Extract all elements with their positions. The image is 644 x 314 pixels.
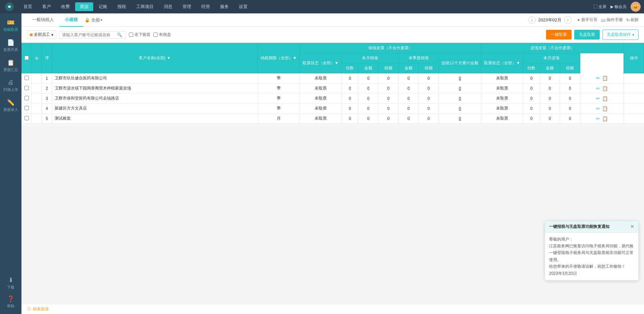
tab-general-taxpayer[interactable]: 一般纳税人 xyxy=(27,13,59,27)
row-tax-period: 季 xyxy=(258,73,300,83)
row-checkbox[interactable] xyxy=(22,114,32,124)
row-sales-12month[interactable]: 0 xyxy=(439,114,481,124)
edit-icon[interactable]: ✏ xyxy=(596,116,600,121)
tab-all-capable[interactable]: 🔒 全能 ▾ xyxy=(83,17,105,23)
refresh-btn[interactable]: ↻ 刷新 xyxy=(626,17,639,23)
search-wrap: 🔍 xyxy=(59,31,126,39)
nav-operation[interactable]: 经营 xyxy=(197,2,215,11)
new-guide-btn[interactable]: ✦ 新手引导 xyxy=(577,17,597,23)
checkbox-under-name[interactable] xyxy=(129,33,133,37)
row-sales-12month[interactable]: 0 xyxy=(439,73,481,83)
sidebar-item-invoice-summary[interactable]: 📋 票据汇总 xyxy=(1,56,20,75)
no-disk-op-btn[interactable]: 无盘取票操作 ▾ xyxy=(602,29,639,40)
row-checkbox[interactable] xyxy=(22,73,32,83)
user-avatar[interactable]: 🐱 xyxy=(631,2,641,12)
manual-btn[interactable]: 📖 操作手册 xyxy=(601,17,623,23)
nav-fee[interactable]: 收费 xyxy=(56,2,74,11)
row-index: 4 xyxy=(42,104,52,114)
th-purchase-month-tax: 税额 xyxy=(560,63,580,73)
table-row: 3 卫辉市保和堂医药有限公司走辐路店 季 未取票 0 0 0 0 0 0 未取票… xyxy=(22,93,644,104)
th-operations: 操作 xyxy=(624,43,644,73)
nav-manage[interactable]: 管理 xyxy=(178,2,196,11)
sidebar-item-smart-ticket[interactable]: 🎫 智能取票 xyxy=(1,16,20,35)
th-sales-month-amount: 金额 xyxy=(358,63,378,73)
sidebar-item-help[interactable]: ❓ 帮助 xyxy=(1,293,20,311)
notification-close-btn[interactable]: ✕ xyxy=(630,224,634,229)
row-settings xyxy=(32,93,42,104)
row-actions: ✏ 📋 xyxy=(580,93,624,104)
tab-small-scale[interactable]: 小规模 xyxy=(59,13,83,27)
filter-under-name[interactable]: 名下账套 xyxy=(129,32,151,38)
th-sales-month-group: 本月销项 xyxy=(341,53,398,63)
search-icon[interactable]: 🔍 xyxy=(117,33,122,37)
view-icon[interactable]: 📋 xyxy=(602,86,608,91)
employee-filter[interactable]: 全部员工 ▾ xyxy=(27,30,56,39)
employee-dropdown-icon: ▾ xyxy=(51,33,53,37)
sidebar-bottom: ⬇ 下载 ❓ 帮助 xyxy=(1,274,20,314)
app-logo xyxy=(3,1,15,13)
edit-icon[interactable]: ✏ xyxy=(596,86,600,91)
filter-has-disk[interactable]: 有税盘 xyxy=(153,32,171,38)
svg-point-1 xyxy=(8,6,10,8)
view-icon[interactable]: 📋 xyxy=(602,116,608,121)
row-sales-quarter-tax: 0 xyxy=(419,114,439,124)
row-purchase-month-tax: 0 xyxy=(560,114,580,124)
nav-bookkeeping[interactable]: 记账 xyxy=(94,2,112,11)
row-actions: ✏ 📋 xyxy=(580,104,624,114)
checkbox-has-disk[interactable] xyxy=(153,33,158,37)
edit-icon[interactable]: ✏ xyxy=(596,75,600,81)
one-click-ticket-btn[interactable]: 一键取票 xyxy=(546,30,572,40)
notification-body: 尊敬的用户：江苏政务网已恢复访问电子税务局功能，易代账一键登陆电子税务局与无盘取… xyxy=(545,233,638,280)
row-purchase-month-amount: 0 xyxy=(540,93,560,104)
nav-home[interactable]: 首页 xyxy=(19,2,37,11)
sidebar-item-scan-upload[interactable]: 🖨 扫描上传 xyxy=(1,76,20,95)
row-purchase-month-count: 0 xyxy=(523,83,540,93)
row-settings xyxy=(32,114,42,124)
row-sales-12month[interactable]: 0 xyxy=(439,83,481,93)
th-sales-month-count: 份数 xyxy=(341,63,358,73)
nav-invoice[interactable]: 票据 xyxy=(75,2,93,11)
table-row: 5 测试账套 月 未取票 0 0 0 0 0 0 未取票 0 0 0 ✏ 📋 xyxy=(22,114,644,124)
sidebar-item-download[interactable]: ⬇ 下载 xyxy=(1,274,20,293)
sidebar-item-invoice-entry[interactable]: ✏️ 票据录入 xyxy=(1,96,20,115)
view-icon[interactable]: 📋 xyxy=(602,96,608,101)
invoice-table: ⚙ 序 客户名称(全部) ▼ 纳税期限（全部）▼ 销项发票（不合作废票） 进项发… xyxy=(21,43,644,124)
nav-service[interactable]: 服务 xyxy=(215,2,233,11)
row-sales-month-tax: 0 xyxy=(378,73,398,83)
sidebar-item-invoice-open[interactable]: 📄 发票开具 xyxy=(1,36,20,55)
row-sales-status: 未取票 xyxy=(300,114,341,124)
nav-message[interactable]: 消息 xyxy=(159,2,177,11)
footer-label[interactable]: 税务政策 xyxy=(33,306,49,312)
nav-tax[interactable]: 报税 xyxy=(113,2,131,11)
next-month-button[interactable]: › xyxy=(564,16,572,24)
nav-business[interactable]: 工商项目 xyxy=(131,2,158,11)
row-sales-12month[interactable]: 0 xyxy=(439,104,481,114)
vip-btn[interactable]: ▶ 畅会员 xyxy=(610,4,627,10)
no-disk-ticket-btn[interactable]: 无盘取票 xyxy=(574,30,600,40)
table-row: 1 卫辉市玖玖健合医药有限公司 季 未取票 0 0 0 0 0 0 未取票 0 … xyxy=(22,73,644,83)
row-purchase-month-count: 0 xyxy=(523,93,540,104)
fullscreen-btn[interactable]: ⛶ 全屏 xyxy=(593,4,606,10)
row-checkbox[interactable] xyxy=(22,104,32,114)
nav-customer[interactable]: 客户 xyxy=(38,2,56,11)
th-checkbox xyxy=(22,43,32,73)
edit-icon[interactable]: ✏ xyxy=(596,96,600,101)
row-sales-status: 未取票 xyxy=(300,104,341,114)
th-index: 序 xyxy=(42,43,52,73)
row-settings xyxy=(32,104,42,114)
sub-tabs-actions: ✦ 新手引导 📖 操作手册 ↻ 刷新 xyxy=(577,17,639,23)
row-purchase-status: 未取票 xyxy=(481,114,523,124)
view-icon[interactable]: 📋 xyxy=(602,75,608,81)
select-all-checkbox[interactable] xyxy=(24,56,29,60)
row-sales-month-amount: 0 xyxy=(358,104,378,114)
row-checkbox[interactable] xyxy=(22,93,32,104)
download-icon: ⬇ xyxy=(8,276,13,284)
prev-month-button[interactable]: ‹ xyxy=(528,16,536,24)
view-icon[interactable]: 📋 xyxy=(602,106,608,111)
row-purchase-month-amount: 0 xyxy=(540,73,560,83)
edit-icon[interactable]: ✏ xyxy=(596,106,600,111)
row-sales-12month[interactable]: 0 xyxy=(439,93,481,104)
nav-settings[interactable]: 设置 xyxy=(234,2,252,11)
row-checkbox[interactable] xyxy=(22,83,32,93)
search-input[interactable] xyxy=(62,33,116,37)
